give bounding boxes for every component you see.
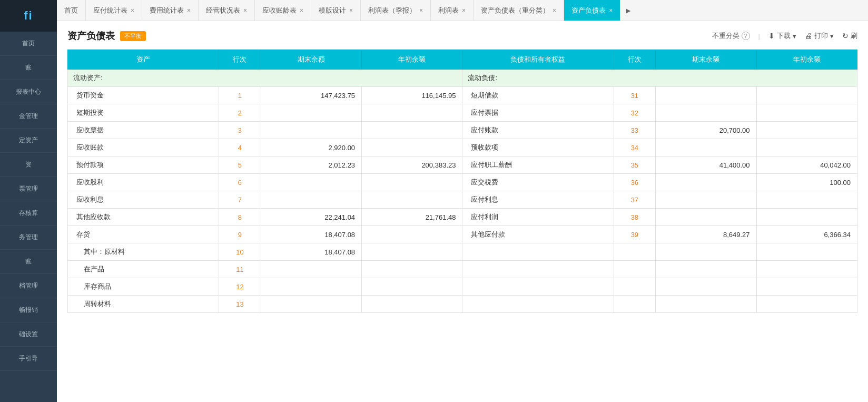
sidebar-item-account[interactable]: 账: [0, 56, 57, 80]
row-number: 4: [219, 139, 261, 156]
row-number2: 39: [614, 226, 656, 243]
page-title-area: 资产负债表 不平衡: [67, 30, 146, 42]
row-number2: 34: [614, 139, 656, 156]
begin-balance2: [756, 191, 857, 209]
end-balance: 22,241.04: [261, 209, 361, 226]
tab-profit-close[interactable]: ×: [462, 7, 466, 14]
asset-label: 周转材料: [68, 296, 219, 313]
tab-profit-quarterly-label: 利润表（季报）: [368, 6, 416, 15]
row-number2: 31: [614, 87, 656, 104]
begin-balance2: [756, 104, 857, 122]
asset-label: 其他应收款: [68, 209, 219, 226]
tab-bs[interactable]: 资产负债表 ×: [564, 0, 620, 21]
tab-home[interactable]: 首页: [57, 0, 86, 21]
sidebar-item-guide[interactable]: 手引导: [0, 347, 57, 371]
table-row: 货币资金 1 147,423.75 116,145.95 短期借款 31: [68, 87, 857, 104]
end-balance2: 41,400.00: [656, 156, 756, 174]
sidebar-logo: fi: [0, 0, 57, 32]
end-balance2: 20,700.00: [656, 122, 756, 139]
page-header: 资产负债表 不平衡 不重分类 ? | ⬇ 下载 ▾ 🖨 打印 ▾: [67, 30, 857, 42]
download-label: 下载: [777, 31, 791, 41]
tab-expense-stats-close[interactable]: ×: [187, 7, 191, 14]
row-number: 10: [219, 243, 261, 261]
asset-label: 应收利息: [68, 191, 219, 209]
tab-bs-close[interactable]: ×: [609, 7, 613, 14]
row-number2: [614, 296, 656, 313]
print-icon: 🖨: [805, 32, 812, 40]
col-row-num: 行次: [219, 50, 261, 70]
asset-label: 预付款项: [68, 156, 219, 174]
col-asset: 资产: [68, 50, 219, 70]
asset-label: 存货: [68, 226, 219, 243]
tab-scroll-right[interactable]: ►: [620, 0, 636, 21]
col-liability: 负债和所有者权益: [462, 50, 614, 70]
table-row: 其他应收款 8 22,241.04 21,761.48 应付利润 38: [68, 209, 857, 226]
end-balance2: [656, 296, 756, 313]
asset-label: 应收股利: [68, 174, 219, 191]
print-button[interactable]: 🖨 打印 ▾: [805, 31, 834, 41]
row-number2: 33: [614, 122, 656, 139]
begin-balance: [362, 104, 462, 122]
tab-ap-stats-close[interactable]: ×: [131, 7, 134, 14]
asset-label: 货币资金: [68, 87, 219, 104]
tab-profit-quarterly[interactable]: 利润表（季报） ×: [361, 0, 431, 21]
end-balance: [261, 174, 361, 191]
tab-bs-reclassified-close[interactable]: ×: [553, 7, 556, 14]
help-icon[interactable]: ?: [742, 32, 750, 40]
sidebar-item-expense[interactable]: 畅报销: [0, 298, 57, 322]
sidebar-item-basic-settings[interactable]: 础设置: [0, 322, 57, 347]
table-row: 应收账款 4 2,920.00 预收款项 34: [68, 139, 857, 156]
liability-label: 其他应付款: [462, 226, 614, 243]
table-row: 预付款项 5 2,012.23 200,383.23 应付职工薪酬 35 41,…: [68, 156, 857, 174]
table-row: 应收股利 6 应交税费 36 100.00: [68, 174, 857, 191]
asset-label: 在产品: [68, 261, 219, 278]
tab-template[interactable]: 模版设计 ×: [311, 0, 361, 21]
tab-ar-aging[interactable]: 应收账龄表 ×: [255, 0, 311, 21]
sidebar-item-fixed-assets[interactable]: 定资产: [0, 129, 57, 153]
tab-profit-quarterly-close[interactable]: ×: [419, 7, 423, 14]
sidebar-item-report-center[interactable]: 报表中心: [0, 80, 57, 104]
sep1: |: [758, 32, 760, 40]
liability-label: [462, 296, 614, 313]
download-button[interactable]: ⬇ 下载 ▾: [768, 31, 796, 41]
tab-expense-stats[interactable]: 费用统计表 ×: [142, 0, 199, 21]
page-title: 资产负债表: [67, 30, 115, 42]
begin-balance2: 100.00: [756, 174, 857, 191]
sidebar-item-investment[interactable]: 资: [0, 153, 57, 177]
end-balance: 2,012.23: [261, 156, 361, 174]
refresh-button[interactable]: ↻ 刷: [842, 31, 857, 41]
tab-operation[interactable]: 经营状况表 ×: [199, 0, 255, 21]
sidebar-item-inventory[interactable]: 存核算: [0, 201, 57, 225]
sidebar-item-archive[interactable]: 档管理: [0, 274, 57, 298]
begin-balance: [362, 226, 462, 243]
liability-label: 短期借款: [462, 87, 614, 104]
sidebar-item-ledger[interactable]: 账: [0, 250, 57, 274]
tab-bs-reclassified[interactable]: 资产负债表（重分类） ×: [474, 0, 564, 21]
tab-profit[interactable]: 利润表 ×: [431, 0, 474, 21]
asset-label: 短期投资: [68, 104, 219, 122]
col-begin-balance: 年初余额: [362, 50, 462, 70]
begin-balance: [362, 122, 462, 139]
sidebar-item-bill-management[interactable]: 票管理: [0, 177, 57, 201]
tab-ap-stats[interactable]: 应付统计表 ×: [86, 0, 142, 21]
sidebar-item-fund-management[interactable]: 金管理: [0, 104, 57, 129]
asset-label: 其中：原材料: [68, 243, 219, 261]
sidebar-item-tax-management[interactable]: 务管理: [0, 225, 57, 250]
tab-operation-close[interactable]: ×: [243, 7, 247, 14]
tab-template-close[interactable]: ×: [349, 7, 353, 14]
begin-balance2: [756, 209, 857, 226]
row-number: 1: [219, 87, 261, 104]
sidebar-item-home[interactable]: 首页: [0, 32, 57, 56]
tab-ar-aging-close[interactable]: ×: [300, 7, 303, 14]
refresh-icon: ↻: [842, 32, 849, 40]
section-header-row: 流动资产: 流动负债:: [68, 70, 857, 87]
row-number: 7: [219, 191, 261, 209]
row-number: 12: [219, 278, 261, 296]
begin-balance2: [756, 296, 857, 313]
begin-balance: [362, 296, 462, 313]
begin-balance: [362, 174, 462, 191]
end-balance: 18,407.08: [261, 226, 361, 243]
tab-operation-label: 经营状况表: [206, 6, 240, 15]
no-reclassify-option[interactable]: 不重分类 ?: [712, 31, 750, 41]
end-balance: [261, 261, 361, 278]
